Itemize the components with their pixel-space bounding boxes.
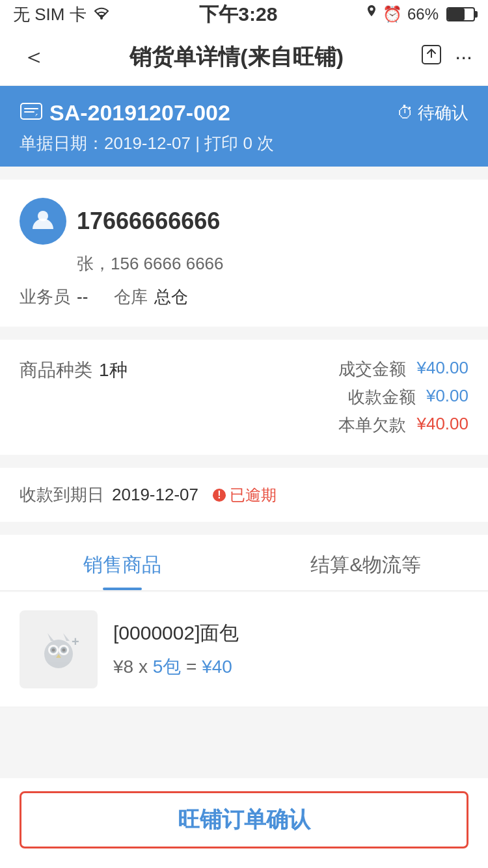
deal-amount-label: 成交金额 xyxy=(338,358,406,381)
tab-products[interactable]: 销售商品 xyxy=(0,535,244,590)
svg-point-12 xyxy=(62,649,66,652)
bottom-bar: 旺铺订单确认 xyxy=(0,778,488,868)
clock-icon: ⏱ xyxy=(397,103,414,123)
order-id-text: SA-20191207-002 xyxy=(49,100,230,126)
debt-amount-value: ¥40.00 xyxy=(416,414,468,437)
customer-card: 17666666666 张，156 6666 6666 业务员 -- 仓库 总仓 xyxy=(0,180,488,327)
order-header: SA-20191207-002 ⏱ 待确认 单据日期：2019-12-07 | … xyxy=(0,86,488,167)
share-button[interactable] xyxy=(421,44,442,70)
summary-top: 商品种类 1种 成交金额 ¥40.00 收款金额 ¥0.00 本单欠款 ¥40.… xyxy=(20,358,468,437)
tabs-container: 销售商品 结算&物流等 xyxy=(0,535,488,591)
battery-icon xyxy=(446,7,475,21)
product-item: + [0000002]面包 ¥8 x 5包 = ¥40 xyxy=(0,592,488,707)
collection-amount-row: 收款金额 ¥0.00 xyxy=(348,386,468,409)
collection-amount-value: ¥0.00 xyxy=(426,386,468,409)
product-price-row: ¥8 x 5包 = ¥40 xyxy=(113,655,468,679)
meta-row: 业务员 -- 仓库 总仓 xyxy=(20,286,468,308)
collection-amount-label: 收款金额 xyxy=(348,386,416,409)
nav-actions: ··· xyxy=(421,44,472,70)
product-type-label: 商品种类 xyxy=(20,358,92,383)
quantity-value: 5包 xyxy=(153,657,182,677)
status-label: 待确认 xyxy=(418,102,468,124)
user-icon xyxy=(30,206,56,237)
due-date-label: 收款到期日 xyxy=(20,483,104,506)
order-date: 单据日期：2019-12-07 | 打印 0 次 xyxy=(20,132,468,155)
product-type-row: 商品种类 1种 xyxy=(20,358,128,383)
deal-amount-row: 成交金额 ¥40.00 xyxy=(338,358,468,381)
status-bar-left: 无 SIM 卡 xyxy=(13,3,111,26)
product-info: [0000002]面包 ¥8 x 5包 = ¥40 xyxy=(113,620,468,679)
more-button[interactable]: ··· xyxy=(455,45,472,69)
due-date-value: 2019-12-07 xyxy=(112,485,198,505)
status-bar: 无 SIM 卡 下午3:28 ⏰ 66% xyxy=(0,0,488,29)
overdue-badge: ! 已逾期 xyxy=(213,485,277,506)
status-bar-right: ⏰ 66% xyxy=(366,5,475,23)
price-base: ¥8 xyxy=(113,657,133,677)
battery-percent: 66% xyxy=(407,5,439,23)
status-bar-time: 下午3:28 xyxy=(199,1,277,28)
order-id: SA-20191207-002 xyxy=(20,100,230,126)
customer-name-phone: 张，156 6666 6666 xyxy=(20,252,468,275)
wifi-icon xyxy=(92,5,111,25)
warehouse-value: 总仓 xyxy=(154,286,188,308)
owl-logo-icon: + xyxy=(29,627,88,672)
svg-point-11 xyxy=(52,649,55,652)
nav-bar: ＜ 销货单详情(来自旺铺) ··· xyxy=(0,29,488,86)
back-button[interactable]: ＜ xyxy=(16,34,52,79)
product-thumb-inner: + xyxy=(20,610,98,688)
svg-text:+: + xyxy=(72,634,79,649)
overdue-text: 已逾期 xyxy=(230,485,277,506)
avatar xyxy=(20,198,66,245)
due-date-card: 收款到期日 2019-12-07 ! 已逾期 xyxy=(0,468,488,522)
order-icon xyxy=(20,100,43,126)
tab-settlement[interactable]: 结算&物流等 xyxy=(244,535,488,590)
salesperson-value: -- xyxy=(77,287,88,307)
order-id-row: SA-20191207-002 ⏱ 待确认 xyxy=(20,100,468,126)
salesperson-item: 业务员 -- xyxy=(20,286,88,308)
svg-marker-5 xyxy=(47,633,54,641)
price-total: ¥40 xyxy=(202,657,232,677)
customer-row: 17666666666 xyxy=(20,198,468,245)
warehouse-label: 仓库 xyxy=(114,286,148,308)
overdue-exclamation: ! xyxy=(213,489,226,502)
warehouse-item: 仓库 总仓 xyxy=(114,286,188,308)
order-status: ⏱ 待确认 xyxy=(397,102,468,124)
product-count: 1种 xyxy=(99,358,128,383)
debt-amount-row: 本单欠款 ¥40.00 xyxy=(338,414,468,437)
location-icon xyxy=(366,5,377,23)
page-title: 销货单详情(来自旺铺) xyxy=(129,42,344,72)
confirm-order-button[interactable]: 旺铺订单确认 xyxy=(20,791,468,848)
summary-card: 商品种类 1种 成交金额 ¥40.00 收款金额 ¥0.00 本单欠款 ¥40.… xyxy=(0,340,488,455)
product-list: + [0000002]面包 ¥8 x 5包 = ¥40 xyxy=(0,592,488,707)
salesperson-label: 业务员 xyxy=(20,286,70,308)
customer-phone: 17666666666 xyxy=(77,208,220,235)
svg-point-0 xyxy=(100,17,103,20)
alarm-icon: ⏰ xyxy=(383,5,402,23)
deal-amount-value: ¥40.00 xyxy=(416,358,468,381)
carrier-label: 无 SIM 卡 xyxy=(13,3,87,26)
svg-marker-6 xyxy=(63,633,70,641)
product-thumbnail: + xyxy=(20,610,98,688)
debt-amount-label: 本单欠款 xyxy=(338,414,406,437)
amounts-section: 成交金额 ¥40.00 收款金额 ¥0.00 本单欠款 ¥40.00 xyxy=(338,358,468,437)
product-name: [0000002]面包 xyxy=(113,620,468,647)
